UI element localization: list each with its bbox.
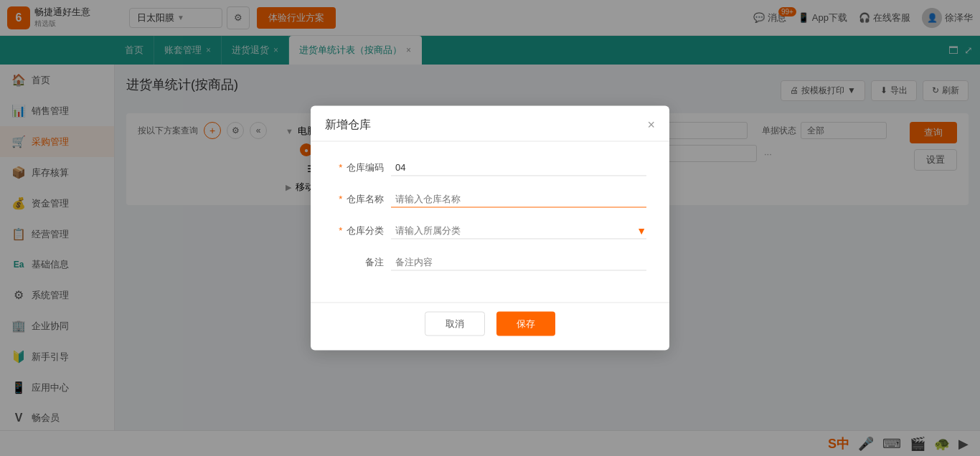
dialog-header: 新增仓库 × <box>311 106 669 142</box>
category-label: * 仓库分类 <box>334 224 391 237</box>
form-row-remark: 备注 <box>334 254 646 271</box>
required-star-code: * <box>339 162 342 173</box>
remark-label: 备注 <box>334 256 391 269</box>
new-warehouse-dialog: 新增仓库 × * 仓库编码 * 仓库名称 * 仓库分类 <box>311 106 669 351</box>
dialog-footer: 取消 保存 <box>311 303 669 351</box>
category-input[interactable] <box>391 222 636 239</box>
warehouse-code-input[interactable] <box>391 159 646 176</box>
form-row-category: * 仓库分类 ▼ <box>334 222 646 239</box>
form-row-code: * 仓库编码 <box>334 159 646 176</box>
dialog-title: 新增仓库 <box>325 118 371 133</box>
code-label: * 仓库编码 <box>334 161 391 174</box>
category-arrow-icon[interactable]: ▼ <box>636 224 646 236</box>
remark-input[interactable] <box>391 254 646 271</box>
required-star-category: * <box>339 225 342 236</box>
cancel-button[interactable]: 取消 <box>425 312 485 336</box>
dialog-body: * 仓库编码 * 仓库名称 * 仓库分类 ▼ 备注 <box>311 142 669 303</box>
name-label: * 仓库名称 <box>334 193 391 206</box>
required-star-name: * <box>339 194 342 204</box>
form-row-name: * 仓库名称 <box>334 191 646 208</box>
warehouse-name-input[interactable] <box>391 191 646 208</box>
save-button[interactable]: 保存 <box>496 312 555 336</box>
category-select-wrapper: ▼ <box>391 222 646 239</box>
dialog-close-icon[interactable]: × <box>647 118 655 133</box>
